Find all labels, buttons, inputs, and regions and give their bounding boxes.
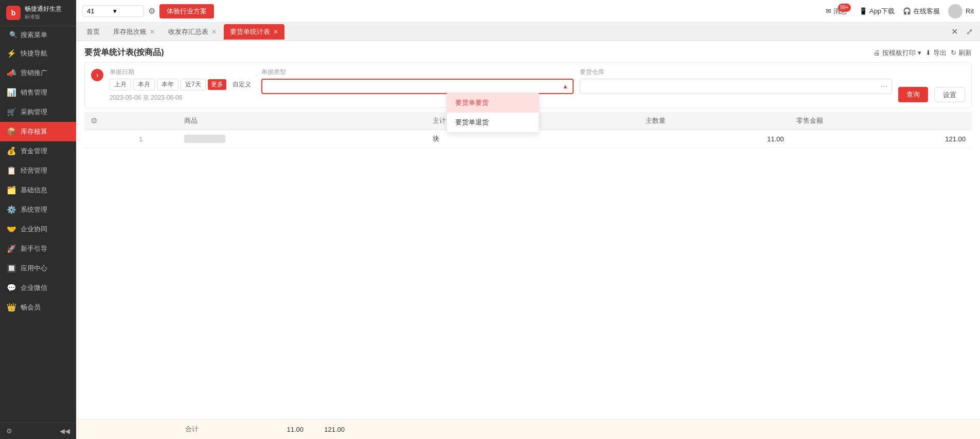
sidebar-item-wechat[interactable]: 💬 企业微信 (0, 278, 76, 298)
sidebar-item-enterprise[interactable]: 🤝 企业协同 (0, 220, 76, 239)
sidebar-item-label: 销售管理 (21, 88, 47, 97)
apps-icon: 🔲 (6, 264, 16, 273)
topbar-left: 41 ▾ ⚙ 体验行业方案 (82, 4, 826, 19)
col-num (103, 112, 178, 130)
store-selector[interactable]: 41 ▾ (82, 5, 144, 17)
messages-btn[interactable]: ✉ 消息 99+ (826, 7, 847, 16)
tab-receipt-summary[interactable]: 收发存汇总表 ✕ (162, 24, 223, 40)
warehouse-input[interactable]: ··· (580, 79, 892, 94)
table-settings-icon[interactable]: ⚙ (91, 116, 97, 125)
sidebar-item-label: 企业微信 (21, 283, 47, 292)
col-product: 商品 (178, 112, 426, 130)
sidebar-item-label: 快捷导航 (21, 49, 47, 58)
online-service-btn[interactable]: 🎧 在线客服 (903, 7, 940, 16)
sidebar-item-apps[interactable]: 🔲 应用中心 (0, 259, 76, 278)
avatar (948, 4, 963, 19)
col-qty: 主数量 (639, 112, 790, 130)
sidebar-item-guide[interactable]: 🚀 新手引导 (0, 239, 76, 259)
sidebar-item-label: 经营管理 (21, 166, 47, 175)
table-footer: 合计 11.00 121.00 (76, 419, 980, 439)
sidebar-item-label: 应用中心 (21, 264, 47, 273)
date-options-row: 上月 本月 本年 近7天 更多 自定义 (110, 79, 255, 90)
print-label: 按模板打印 (882, 48, 916, 58)
date-btn-last-month[interactable]: 上月 (110, 79, 131, 90)
tab-inventory-batch[interactable]: 库存批次账 ✕ (107, 24, 161, 40)
warehouse-more-icon: ··· (881, 82, 887, 91)
marketing-icon: 📣 (6, 68, 16, 78)
topbar-right: ✉ 消息 99+ 📱 App下载 🎧 在线客服 Rit (826, 4, 974, 19)
tab-expand-btn[interactable]: ✕ (948, 26, 961, 38)
row-num-cell: 1 (103, 130, 178, 148)
date-more-badge[interactable]: 更多 (208, 79, 226, 90)
tab-inventory-batch-close[interactable]: ✕ (150, 28, 155, 35)
logo-icon: b (6, 6, 21, 20)
tab-receipt-summary-label: 收发存汇总表 (168, 27, 208, 36)
footer-amount: 121.00 (304, 426, 345, 433)
topbar-gear-icon[interactable]: ⚙ (148, 6, 155, 16)
page-title: 要货单统计表(按商品) (84, 47, 164, 58)
sidebar-item-quick-nav[interactable]: ⚡ 快捷导航 (0, 44, 76, 63)
dropdown-item-requisition[interactable]: 要货单要货 (447, 93, 539, 113)
print-template-btn[interactable]: 🖨 按模板打印 ▾ (874, 48, 921, 58)
data-table-wrap: ⚙ 商品 主计量单位 主数量 零售金额 1 (76, 112, 980, 419)
vip-icon: 👑 (6, 303, 16, 312)
sidebar-item-inventory[interactable]: 📦 库存核算 (0, 122, 76, 141)
sidebar-search[interactable]: 🔍 搜索菜单 (0, 26, 76, 44)
type-select[interactable]: ▲ (261, 79, 574, 94)
date-btn-this-year[interactable]: 本年 (157, 79, 179, 90)
tab-requisition-stats[interactable]: 要货单统计表 ✕ (224, 24, 284, 40)
main-area: 41 ▾ ⚙ 体验行业方案 ✉ 消息 99+ 📱 App下载 🎧 在线客服 R (76, 0, 980, 439)
sidebar-bottom: ⚙ ◀◀ (0, 423, 76, 439)
message-icon: ✉ (826, 7, 831, 15)
sidebar-item-label: 基础信息 (21, 186, 47, 195)
sidebar-item-vip[interactable]: 👑 畅会员 (0, 298, 76, 317)
date-btn-custom[interactable]: 自定义 (228, 79, 255, 90)
product-placeholder (184, 135, 225, 143)
sidebar-item-finance[interactable]: 💰 资金管理 (0, 141, 76, 161)
user-avatar-area[interactable]: Rit (948, 4, 974, 19)
refresh-btn[interactable]: ↻ 刷新 (951, 48, 972, 58)
tab-receipt-summary-close[interactable]: ✕ (211, 28, 217, 35)
sidebar-item-marketing[interactable]: 📣 营销推广 (0, 63, 76, 83)
page-header: 要货单统计表(按商品) 🖨 按模板打印 ▾ ⬇ 导出 ↻ 刷新 (76, 41, 980, 62)
tab-home[interactable]: 首页 (80, 24, 106, 40)
row-amount-cell: 121.00 (790, 130, 972, 148)
product-name (184, 135, 420, 143)
quick-nav-icon: ⚡ (6, 49, 16, 58)
sidebar-item-system[interactable]: ⚙️ 系统管理 (0, 200, 76, 220)
export-btn[interactable]: ⬇ 导出 (925, 48, 947, 58)
tab-fullscreen-btn[interactable]: ⤢ (963, 26, 976, 38)
sidebar-item-label: 畅会员 (21, 303, 41, 312)
sidebar-item-operation[interactable]: 📋 经营管理 (0, 161, 76, 180)
sidebar-item-purchase[interactable]: 🛒 采购管理 (0, 102, 76, 122)
base-icon: 🗂️ (6, 186, 16, 195)
search-label: 搜索菜单 (21, 30, 47, 40)
sidebar-item-label: 库存核算 (21, 127, 47, 136)
trial-button[interactable]: 体验行业方案 (159, 4, 214, 19)
date-btn-this-month[interactable]: 本月 (133, 79, 155, 90)
date-filter-group: 单据日期 上月 本月 本年 近7天 更多 自定义 2023-05-06 至 20… (110, 68, 255, 102)
app-logo: b 畅捷通好生意 标准版 (0, 0, 76, 26)
app-download-btn[interactable]: 📱 App下载 (859, 7, 895, 16)
settings-icon[interactable]: ⚙ (6, 427, 12, 435)
type-filter-label: 单据类型 (261, 68, 574, 77)
filter-expand-btn[interactable]: › (91, 69, 103, 81)
refresh-icon: ↻ (951, 49, 956, 57)
tab-bar: 首页 库存批次账 ✕ 收发存汇总表 ✕ 要货单统计表 ✕ ✕ ⤢ (76, 23, 980, 41)
setting-button[interactable]: 设置 (934, 87, 965, 102)
query-button[interactable]: 查询 (898, 87, 928, 102)
purchase-icon: 🛒 (6, 107, 16, 117)
sidebar-item-label: 资金管理 (21, 147, 47, 156)
date-btn-7days[interactable]: 近7天 (181, 79, 206, 90)
dropdown-item-return[interactable]: 要货单退货 (447, 113, 539, 132)
wechat-icon: 💬 (6, 283, 16, 292)
username: Rit (966, 7, 974, 15)
footer-qty: 11.00 (262, 426, 304, 433)
sidebar-item-sales[interactable]: 📊 销售管理 (0, 83, 76, 102)
operation-icon: 📋 (6, 166, 16, 175)
sidebar-item-base[interactable]: 🗂️ 基础信息 (0, 180, 76, 200)
tab-requisition-stats-close[interactable]: ✕ (273, 28, 278, 35)
sidebar-item-label: 企业协同 (21, 225, 47, 234)
inventory-icon: 📦 (6, 127, 16, 136)
sidebar-collapse-btn[interactable]: ◀◀ (60, 427, 70, 435)
